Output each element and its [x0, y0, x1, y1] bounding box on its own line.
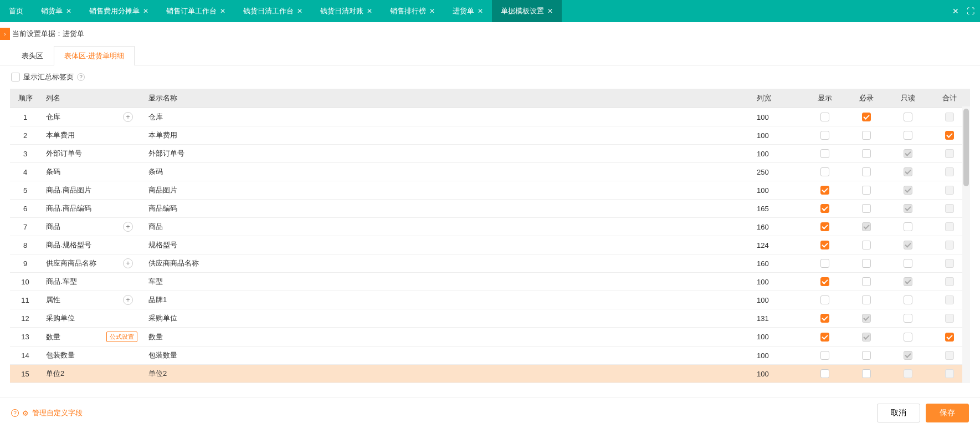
cell-display-name[interactable]: 车型 — [143, 273, 751, 291]
plus-icon[interactable]: + — [123, 112, 133, 122]
table-row[interactable]: 12采购单位采购单位131 — [10, 309, 970, 328]
formula-settings-button[interactable]: 公式设置 — [106, 332, 137, 342]
top-tab[interactable]: 钱货日清工作台✕ — [234, 0, 311, 22]
table-row[interactable]: 4条码条码250 — [10, 163, 970, 181]
readonly-checkbox[interactable] — [904, 295, 912, 304]
cell-display-name[interactable]: 采购单位 — [143, 309, 751, 328]
show-checkbox[interactable] — [820, 241, 829, 249]
close-icon[interactable]: ✕ — [429, 7, 435, 15]
cell-width[interactable]: 100 — [751, 328, 804, 347]
table-row[interactable]: 3外部订单号外部订单号100 — [10, 145, 970, 163]
show-checkbox[interactable] — [820, 295, 829, 304]
cell-display-name[interactable]: 商品 — [143, 218, 751, 236]
require-checkbox[interactable] — [862, 369, 871, 378]
top-tab[interactable]: 进货单✕ — [444, 0, 492, 22]
scrollbar-thumb[interactable] — [963, 109, 969, 186]
top-tab[interactable]: 销售订单工作台✕ — [157, 0, 234, 22]
require-checkbox[interactable] — [862, 113, 871, 121]
readonly-checkbox[interactable] — [904, 333, 912, 342]
show-checkbox[interactable] — [820, 369, 829, 378]
show-checkbox[interactable] — [820, 149, 829, 158]
cell-width[interactable]: 100 — [751, 181, 804, 200]
cell-width[interactable]: 100 — [751, 273, 804, 291]
table-row[interactable]: 7商品+商品160 — [10, 218, 970, 236]
show-checkbox[interactable] — [820, 314, 829, 323]
cell-width[interactable]: 250 — [751, 163, 804, 181]
cancel-button[interactable]: 取消 — [877, 404, 920, 422]
cell-display-name[interactable]: 仓库 — [143, 108, 751, 126]
cell-display-name[interactable]: 包装数量 — [143, 347, 751, 365]
plus-icon[interactable]: + — [123, 258, 133, 268]
cell-width[interactable]: 160 — [751, 218, 804, 236]
cell-display-name[interactable]: 品牌1 — [143, 291, 751, 309]
readonly-checkbox[interactable] — [904, 314, 912, 323]
top-tab[interactable]: 销售费用分摊单✕ — [80, 0, 157, 22]
readonly-checkbox[interactable] — [904, 222, 912, 231]
cell-width[interactable]: 100 — [751, 291, 804, 309]
close-all-icon[interactable]: ✕ — [952, 7, 959, 16]
sub-tab[interactable]: 表头区 — [11, 46, 54, 65]
table-row[interactable]: 10商品.车型车型100 — [10, 273, 970, 291]
cell-width[interactable]: 124 — [751, 236, 804, 254]
cell-width[interactable]: 131 — [751, 309, 804, 328]
total-checkbox[interactable] — [945, 131, 954, 140]
table-row[interactable]: 5商品.商品图片商品图片100 — [10, 181, 970, 200]
cell-display-name[interactable]: 外部订单号 — [143, 145, 751, 163]
plus-icon[interactable]: + — [123, 222, 133, 232]
cell-width[interactable]: 100 — [751, 108, 804, 126]
expand-toggle-icon[interactable]: › — [0, 28, 10, 40]
require-checkbox[interactable] — [862, 149, 871, 158]
top-tab[interactable]: 销售排行榜✕ — [381, 0, 444, 22]
require-checkbox[interactable] — [862, 186, 871, 195]
readonly-checkbox[interactable] — [904, 259, 912, 268]
cell-width[interactable]: 100 — [751, 145, 804, 163]
top-tab[interactable]: 销货单✕ — [32, 0, 80, 22]
table-row[interactable]: 9供应商商品名称+供应商商品名称160 — [10, 254, 970, 273]
cell-width[interactable]: 100 — [751, 365, 804, 383]
top-tab[interactable]: 单据模板设置✕ — [492, 0, 562, 22]
table-row[interactable]: 1仓库+仓库100 — [10, 108, 970, 126]
require-checkbox[interactable] — [862, 295, 871, 304]
require-checkbox[interactable] — [862, 351, 871, 360]
show-checkbox[interactable] — [820, 333, 829, 342]
require-checkbox[interactable] — [862, 131, 871, 140]
show-checkbox[interactable] — [820, 186, 829, 195]
show-checkbox[interactable] — [820, 167, 829, 176]
show-checkbox[interactable] — [820, 204, 829, 213]
close-icon[interactable]: ✕ — [547, 7, 553, 15]
table-row[interactable]: 14包装数量包装数量100 — [10, 347, 970, 365]
cell-display-name[interactable]: 单位2 — [143, 365, 751, 383]
show-checkbox[interactable] — [820, 351, 829, 360]
cell-display-name[interactable]: 供应商商品名称 — [143, 254, 751, 273]
cell-display-name[interactable]: 商品图片 — [143, 181, 751, 200]
close-icon[interactable]: ✕ — [66, 7, 71, 15]
close-icon[interactable]: ✕ — [297, 7, 302, 15]
require-checkbox[interactable] — [862, 277, 871, 286]
close-icon[interactable]: ✕ — [143, 7, 148, 15]
show-checkbox[interactable] — [820, 222, 829, 231]
cell-display-name[interactable]: 本单费用 — [143, 126, 751, 145]
show-checkbox[interactable] — [820, 259, 829, 268]
show-checkbox[interactable] — [820, 113, 829, 121]
require-checkbox[interactable] — [862, 259, 871, 268]
table-row[interactable]: 6商品.商品编码商品编码165 — [10, 200, 970, 218]
cell-width[interactable]: 100 — [751, 347, 804, 365]
cell-display-name[interactable]: 规格型号 — [143, 236, 751, 254]
help-icon[interactable]: ? — [77, 73, 85, 81]
require-checkbox[interactable] — [862, 204, 871, 213]
total-checkbox[interactable] — [945, 333, 954, 342]
show-checkbox[interactable] — [820, 131, 829, 140]
table-row[interactable]: 13数量公式设置数量100 — [10, 328, 970, 347]
vertical-scrollbar[interactable] — [962, 106, 970, 383]
show-checkbox[interactable] — [820, 277, 829, 286]
top-tab[interactable]: 首页 — [0, 0, 32, 22]
plus-icon[interactable]: + — [123, 295, 133, 305]
cell-width[interactable]: 160 — [751, 254, 804, 273]
table-row[interactable]: 2本单费用本单费用100 — [10, 126, 970, 145]
close-icon[interactable]: ✕ — [367, 7, 372, 15]
fullscreen-icon[interactable]: ⛶ — [967, 7, 974, 16]
manage-custom-fields-link[interactable]: ? ⚙ 管理自定义字段 — [11, 408, 83, 418]
cell-width[interactable]: 100 — [751, 126, 804, 145]
show-summary-checkbox[interactable] — [11, 73, 20, 81]
close-icon[interactable]: ✕ — [220, 7, 225, 15]
